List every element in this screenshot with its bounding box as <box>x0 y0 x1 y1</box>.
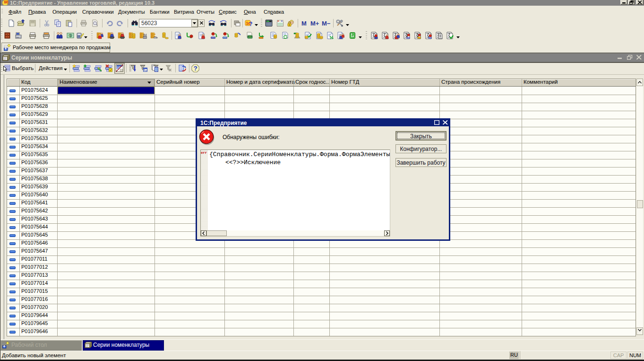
svg-text:1С: 1С <box>4 0 9 4</box>
svg-text:?: ? <box>249 21 252 27</box>
svg-text:?: ? <box>194 65 197 72</box>
